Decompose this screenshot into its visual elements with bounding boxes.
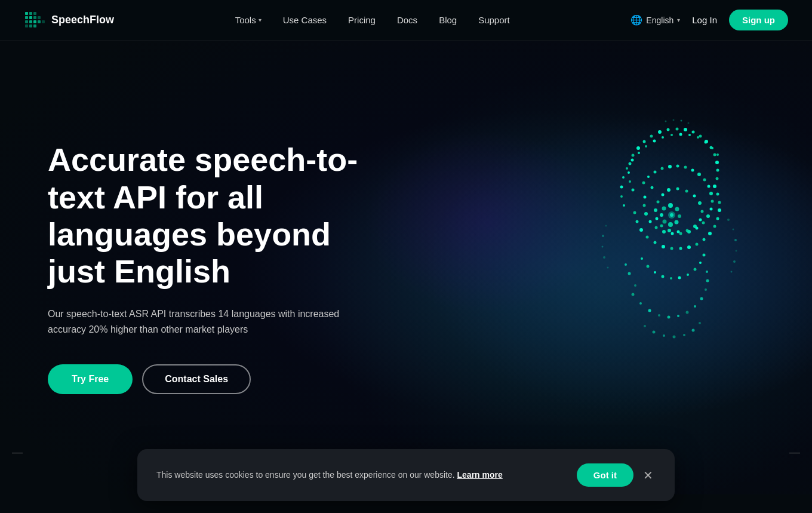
nav-support-link[interactable]: Support — [478, 15, 510, 25]
svg-point-62 — [632, 154, 635, 157]
svg-point-32 — [642, 182, 645, 185]
svg-point-120 — [694, 268, 697, 271]
svg-point-108 — [688, 134, 691, 136]
cookie-actions: Got it ✕ — [577, 463, 656, 487]
svg-point-162 — [602, 235, 604, 237]
hero-content: Accurate speech-to-text API for all lang… — [0, 141, 406, 394]
nav-pricing-link[interactable]: Pricing — [348, 15, 376, 25]
login-button[interactable]: Log In — [692, 15, 717, 25]
svg-rect-7 — [25, 20, 28, 23]
svg-point-30 — [662, 193, 665, 196]
svg-point-131 — [700, 297, 703, 300]
svg-point-38 — [684, 166, 687, 169]
logo-link[interactable]: SpeechFlow — [24, 10, 114, 31]
svg-point-135 — [634, 284, 636, 287]
svg-point-46 — [706, 214, 710, 218]
cookie-banner: This website uses cookies to ensure you … — [137, 449, 675, 501]
svg-point-83 — [713, 225, 716, 228]
svg-point-102 — [638, 152, 640, 154]
signup-button[interactable]: Sign up — [729, 10, 788, 30]
svg-point-63 — [636, 146, 640, 150]
svg-point-106 — [670, 134, 673, 136]
svg-point-112 — [716, 153, 719, 156]
svg-point-78 — [713, 185, 716, 188]
language-label: English — [646, 16, 673, 25]
svg-point-74 — [713, 153, 716, 156]
svg-point-55 — [644, 212, 648, 216]
svg-rect-2 — [33, 12, 36, 15]
svg-point-29 — [657, 201, 660, 204]
svg-rect-5 — [33, 16, 36, 19]
lang-chevron-icon: ▾ — [677, 17, 680, 23]
nav-tools-link[interactable]: Tools ▾ — [235, 15, 262, 25]
svg-point-80 — [718, 201, 721, 204]
svg-point-117 — [670, 277, 672, 279]
svg-point-159 — [733, 260, 736, 263]
svg-point-57 — [644, 196, 647, 199]
svg-point-140 — [678, 214, 681, 218]
nav-docs-link[interactable]: Docs — [397, 15, 417, 25]
svg-rect-8 — [29, 20, 32, 23]
try-free-button[interactable]: Try Free — [48, 364, 133, 394]
svg-point-113 — [641, 257, 643, 260]
svg-point-19 — [698, 201, 702, 205]
svg-point-125 — [648, 309, 651, 312]
close-cookie-button[interactable]: ✕ — [641, 467, 656, 484]
svg-point-52 — [662, 230, 666, 234]
svg-point-82 — [716, 217, 719, 220]
svg-point-47 — [702, 222, 705, 225]
svg-point-157 — [734, 239, 737, 241]
svg-point-76 — [716, 169, 719, 172]
scroll-right-indicator: — — [789, 446, 800, 459]
svg-point-127 — [668, 316, 670, 319]
nav-blog-link[interactable]: Blog — [439, 15, 457, 25]
tools-label: Tools — [235, 15, 256, 25]
svg-point-104 — [653, 140, 656, 143]
svg-point-156 — [733, 229, 734, 231]
svg-point-43 — [709, 192, 713, 195]
svg-point-31 — [651, 186, 654, 189]
svg-point-24 — [677, 231, 680, 234]
svg-point-167 — [673, 119, 675, 121]
contact-sales-button[interactable]: Contact Sales — [142, 364, 251, 394]
svg-point-142 — [668, 222, 673, 227]
svg-point-92 — [646, 236, 649, 239]
language-selector[interactable]: 🌐 English ▾ — [630, 14, 680, 26]
learn-more-link[interactable]: Learn more — [457, 470, 503, 480]
svg-point-141 — [675, 220, 679, 225]
svg-point-85 — [703, 238, 706, 241]
svg-point-160 — [731, 271, 733, 273]
svg-point-42 — [708, 185, 710, 188]
cookie-message: This website uses cookies to ensure you … — [156, 469, 503, 481]
svg-point-118 — [678, 277, 681, 279]
brand-name: SpeechFlow — [51, 14, 114, 26]
svg-point-100 — [626, 167, 628, 170]
nav-use-cases-link[interactable]: Use Cases — [283, 15, 327, 25]
got-it-button[interactable]: Got it — [577, 463, 633, 487]
hero-section: Accurate speech-to-text API for all lang… — [0, 41, 812, 494]
svg-point-103 — [645, 145, 647, 148]
svg-point-109 — [697, 136, 699, 139]
svg-rect-6 — [38, 16, 41, 19]
svg-point-93 — [639, 228, 643, 232]
svg-rect-10 — [38, 20, 41, 23]
svg-point-84 — [708, 232, 712, 235]
svg-point-16 — [676, 188, 679, 191]
svg-point-79 — [716, 193, 719, 196]
svg-point-28 — [654, 208, 657, 212]
svg-point-122 — [703, 254, 706, 257]
svg-point-88 — [679, 247, 682, 250]
svg-point-144 — [660, 213, 663, 217]
nav-links: Tools ▾ Use Cases Pricing Docs Blog Supp… — [235, 15, 510, 26]
svg-point-21 — [699, 219, 702, 222]
svg-point-98 — [620, 186, 623, 189]
svg-rect-3 — [25, 16, 28, 19]
svg-point-20 — [701, 210, 704, 213]
svg-point-115 — [654, 271, 656, 274]
svg-point-77 — [716, 177, 719, 180]
svg-point-35 — [661, 167, 664, 170]
svg-point-138 — [668, 203, 673, 208]
svg-point-121 — [699, 262, 702, 264]
svg-point-145 — [662, 207, 666, 211]
svg-point-18 — [693, 195, 696, 198]
